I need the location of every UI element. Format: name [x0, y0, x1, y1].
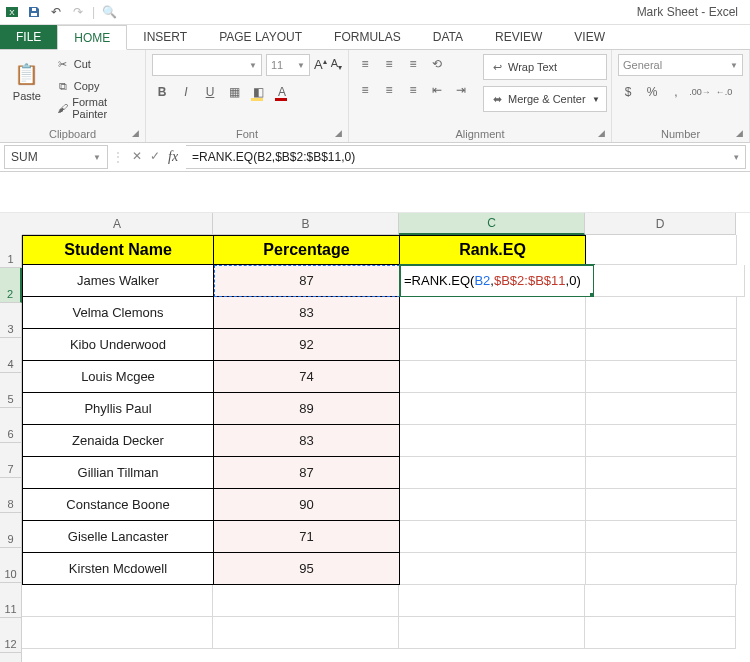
tab-view[interactable]: VIEW — [558, 25, 621, 49]
cell-pct-7[interactable]: 83 — [214, 425, 400, 457]
cell-D12[interactable] — [585, 585, 736, 617]
bold-button[interactable]: B — [152, 82, 172, 102]
row-header-5[interactable]: 5 — [0, 373, 22, 408]
tab-insert[interactable]: INSERT — [127, 25, 203, 49]
header-student-name[interactable]: Student Name — [22, 235, 214, 265]
font-launcher-icon[interactable]: ◢ — [335, 128, 342, 138]
name-box[interactable]: SUM▼ — [4, 145, 108, 169]
cell-D9[interactable] — [586, 489, 737, 521]
align-center-icon[interactable]: ≡ — [379, 80, 399, 100]
enter-icon[interactable]: ✓ — [150, 149, 160, 165]
increase-indent-icon[interactable]: ⇥ — [451, 80, 471, 100]
cell-C8[interactable] — [400, 457, 586, 489]
tab-home[interactable]: HOME — [57, 25, 127, 50]
font-size-select[interactable]: 11▼ — [266, 54, 310, 76]
cell-A12[interactable] — [22, 585, 213, 617]
percent-icon[interactable]: % — [642, 82, 662, 102]
cell-pct-9[interactable]: 90 — [214, 489, 400, 521]
tab-data[interactable]: DATA — [417, 25, 479, 49]
tab-review[interactable]: REVIEW — [479, 25, 558, 49]
cell-pct-2[interactable]: 87 — [214, 265, 400, 297]
row-header-12[interactable]: 12 — [0, 618, 22, 653]
row-header-7[interactable]: 7 — [0, 443, 22, 478]
decrease-indent-icon[interactable]: ⇤ — [427, 80, 447, 100]
cell-D7[interactable] — [586, 425, 737, 457]
font-color-button[interactable]: A — [272, 82, 292, 102]
cell-C6[interactable] — [400, 393, 586, 425]
cell-name-9[interactable]: Constance Boone — [22, 489, 214, 521]
print-preview-icon[interactable]: 🔍 — [101, 4, 117, 20]
column-header-B[interactable]: B — [213, 213, 399, 235]
align-right-icon[interactable]: ≡ — [403, 80, 423, 100]
alignment-launcher-icon[interactable]: ◢ — [598, 128, 605, 138]
cell-pct-3[interactable]: 83 — [214, 297, 400, 329]
paste-button[interactable]: 📋 Paste — [6, 54, 48, 106]
cell-name-11[interactable]: Kirsten Mcdowell — [22, 553, 214, 585]
cell-C10[interactable] — [400, 521, 586, 553]
comma-style-icon[interactable]: , — [666, 82, 686, 102]
row-header-10[interactable]: 10 — [0, 548, 22, 583]
select-all-cell[interactable] — [0, 213, 23, 236]
row-header-2[interactable]: 2 — [0, 268, 22, 303]
increase-decimal-icon[interactable]: .00→ — [690, 82, 710, 102]
borders-button[interactable]: ▦ — [224, 82, 244, 102]
cell-name-6[interactable]: Phyllis Paul — [22, 393, 214, 425]
cell-name-10[interactable]: Giselle Lancaster — [22, 521, 214, 553]
cell-pct-6[interactable]: 89 — [214, 393, 400, 425]
cell-A13[interactable] — [22, 617, 213, 649]
cell-name-7[interactable]: Zenaida Decker — [22, 425, 214, 457]
spreadsheet-grid[interactable]: ABCD 12345678910111213 Student NamePerce… — [0, 213, 750, 662]
cell-C3[interactable] — [400, 297, 586, 329]
expand-formula-bar-icon[interactable]: ▾ — [727, 145, 746, 169]
header-rank-eq[interactable]: Rank.EQ — [400, 235, 586, 265]
align-left-icon[interactable]: ≡ — [355, 80, 375, 100]
decrease-font-icon[interactable]: A▾ — [331, 57, 342, 72]
cell-D2[interactable] — [594, 265, 745, 297]
column-header-D[interactable]: D — [585, 213, 736, 235]
underline-button[interactable]: U — [200, 82, 220, 102]
copy-button[interactable]: ⧉Copy — [54, 76, 139, 96]
align-top-icon[interactable]: ≡ — [355, 54, 375, 74]
cell-name-3[interactable]: Velma Clemons — [22, 297, 214, 329]
tab-file[interactable]: FILE — [0, 25, 57, 49]
cell-name-4[interactable]: Kibo Underwood — [22, 329, 214, 361]
cell-D6[interactable] — [586, 393, 737, 425]
clipboard-launcher-icon[interactable]: ◢ — [132, 128, 139, 138]
font-name-select[interactable]: ▼ — [152, 54, 262, 76]
cell-pct-4[interactable]: 92 — [214, 329, 400, 361]
cell-B12[interactable] — [213, 585, 399, 617]
format-painter-button[interactable]: 🖌Format Painter — [54, 98, 139, 118]
cell-D5[interactable] — [586, 361, 737, 393]
cell-pct-8[interactable]: 87 — [214, 457, 400, 489]
row-header-9[interactable]: 9 — [0, 513, 22, 548]
wrap-text-button[interactable]: ↩Wrap Text — [483, 54, 607, 80]
cell-D8[interactable] — [586, 457, 737, 489]
cell-C9[interactable] — [400, 489, 586, 521]
cell-C13[interactable] — [399, 617, 585, 649]
merge-center-button[interactable]: ⬌Merge & Center▼ — [483, 86, 607, 112]
row-header-1[interactable]: 1 — [0, 235, 22, 268]
cell-C5[interactable] — [400, 361, 586, 393]
cell-D13[interactable] — [585, 617, 736, 649]
cell-D3[interactable] — [586, 297, 737, 329]
cell-B13[interactable] — [213, 617, 399, 649]
cut-button[interactable]: ✂Cut — [54, 54, 139, 74]
cell-D11[interactable] — [586, 553, 737, 585]
redo-icon[interactable]: ↷ — [70, 4, 86, 20]
cell-C11[interactable] — [400, 553, 586, 585]
row-header-3[interactable]: 3 — [0, 303, 22, 338]
cell-D4[interactable] — [586, 329, 737, 361]
cell-D10[interactable] — [586, 521, 737, 553]
fill-color-button[interactable]: ◧ — [248, 82, 268, 102]
row-header-8[interactable]: 8 — [0, 478, 22, 513]
undo-icon[interactable]: ↶ — [48, 4, 64, 20]
cell-C4[interactable] — [400, 329, 586, 361]
cell-pct-10[interactable]: 71 — [214, 521, 400, 553]
cell-pct-5[interactable]: 74 — [214, 361, 400, 393]
decrease-decimal-icon[interactable]: ←.0 — [714, 82, 734, 102]
column-header-A[interactable]: A — [22, 213, 213, 235]
cell-pct-11[interactable]: 95 — [214, 553, 400, 585]
cancel-icon[interactable]: ✕ — [132, 149, 142, 165]
tab-formulas[interactable]: FORMULAS — [318, 25, 417, 49]
number-format-select[interactable]: General▼ — [618, 54, 743, 76]
